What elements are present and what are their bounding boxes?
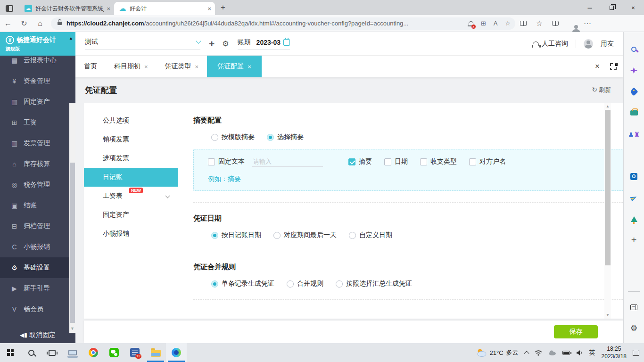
support-link[interactable]: 人工咨询 [542, 40, 568, 48]
summary-field-checkbox[interactable]: 收支类型 [420, 157, 457, 166]
radio-icon[interactable] [336, 280, 343, 288]
close-all-tabs-icon[interactable]: × [595, 62, 600, 71]
scroll-up-icon[interactable]: ▲ [606, 104, 610, 108]
unpin-sidebar-button[interactable]: ◀▮取消固定 [0, 331, 75, 339]
favorite-star-icon[interactable]: ☆ [505, 20, 511, 27]
checkbox-icon[interactable] [420, 158, 427, 165]
summary-mode-radio[interactable]: 按模版摘要 [211, 133, 255, 141]
edge-icon[interactable] [166, 343, 187, 362]
voucher-date-radio[interactable]: 自定义日期 [349, 231, 392, 239]
merge-rule-radio[interactable]: 单条记录生成凭证 [211, 280, 274, 288]
checkbox-icon[interactable] [469, 158, 476, 165]
sidebar-item[interactable]: ⌂ 库存核算 [0, 154, 75, 174]
sidebar-item[interactable]: V 畅会员 [0, 299, 75, 320]
wechat-icon[interactable] [104, 343, 124, 362]
workspaces-icon[interactable] [6, 5, 13, 12]
account-settings-gear-icon[interactable]: ⚙ [222, 39, 229, 48]
volume-icon[interactable] [576, 350, 583, 356]
sidebar-scrollbar[interactable]: ▼ [69, 103, 75, 333]
new-tab-button[interactable]: + [221, 3, 225, 12]
sidebar-item[interactable]: C 小畅报销 [0, 237, 75, 257]
sidebar-item[interactable]: ▣ 结账 [0, 195, 75, 216]
voucher-date-radio[interactable]: 按日记账日期 [211, 231, 261, 239]
minimize-button[interactable]: ─ [579, 4, 601, 11]
refresh-button[interactable]: ↻刷新 [592, 86, 611, 94]
task-view-icon[interactable] [41, 343, 62, 362]
radio-icon[interactable] [211, 232, 218, 239]
tab-close-icon[interactable]: × [107, 5, 110, 12]
browser-tab-1[interactable]: ☁ 好会计云财务软件管理系统_会计 × [20, 2, 114, 15]
checkbox-icon[interactable] [348, 158, 355, 165]
notification-center-icon[interactable] [633, 350, 639, 356]
remote-desktop-icon[interactable] [62, 343, 83, 362]
panel-scrollbar[interactable]: ▲ ▼ [604, 103, 611, 319]
sidebar-item[interactable]: ▦ 固定资产 [0, 91, 75, 112]
calendar-icon[interactable] [283, 39, 290, 46]
clock[interactable]: 18:25 2023/3/18 [602, 345, 627, 360]
username[interactable]: 用友 [601, 40, 614, 48]
back-icon[interactable]: ← [0, 19, 16, 28]
period-value[interactable]: 2023-03 [256, 39, 281, 46]
merge-rule-radio[interactable]: 按照选择汇总生成凭证 [336, 280, 412, 288]
radio-icon[interactable] [349, 232, 356, 239]
sidebar-item[interactable]: ▶ 新手引导 [0, 278, 75, 299]
collections-icon[interactable]: ☆ [531, 19, 547, 28]
checkbox-icon[interactable] [208, 158, 215, 165]
sidebar-toggle-icon[interactable] [624, 296, 644, 318]
radio-icon[interactable] [287, 280, 294, 288]
fixed-text-input[interactable] [252, 156, 323, 167]
page-tab[interactable]: 首页 × [75, 56, 106, 77]
games-icon[interactable]: ♟♜ [624, 123, 644, 145]
sidebar-item[interactable]: ▤ 云报表中心 [0, 56, 75, 71]
radio-icon[interactable] [267, 134, 274, 141]
sidebar-scroll-down-icon[interactable]: ▼ [70, 326, 74, 331]
app-grid-icon[interactable]: 12 [124, 343, 145, 362]
summary-mode-radio[interactable]: 选择摘要 [267, 133, 304, 141]
user-avatar[interactable] [584, 39, 593, 49]
chevron-down-icon[interactable] [165, 194, 170, 198]
page-tab[interactable]: 凭证类型 × [157, 56, 207, 77]
wifi-icon[interactable] [535, 350, 542, 356]
drop-icon[interactable] [624, 187, 644, 208]
page-tab-close-icon[interactable]: × [195, 63, 199, 70]
grid-add-icon[interactable]: ⊞ [481, 20, 486, 27]
sidebar-scroll-up-icon[interactable]: ▲ [69, 36, 73, 41]
tree-icon[interactable] [624, 208, 644, 230]
sidebar-item[interactable]: ¥ 资金管理 [0, 71, 75, 91]
page-tab-close-icon[interactable]: × [144, 63, 148, 70]
outlook-icon[interactable]: O [624, 166, 644, 187]
radio-icon[interactable] [211, 134, 218, 141]
add-account-set-button[interactable]: + [209, 38, 215, 49]
chrome-icon[interactable] [83, 343, 104, 362]
sidebar-item[interactable]: ⊞ 工资 [0, 112, 75, 133]
merge-rule-radio[interactable]: 合并规则 [287, 280, 323, 288]
read-aloud-icon[interactable]: A [494, 20, 498, 27]
notifications-blocked-icon[interactable]: x [469, 20, 473, 27]
summary-field-checkbox[interactable]: 对方户名 [469, 157, 506, 166]
hidden-icons-chevron[interactable] [524, 351, 529, 356]
browser-tab-2[interactable]: ☁ 好会计 × [114, 2, 215, 15]
fixed-text-checkbox[interactable]: 固定文本 [208, 157, 245, 166]
search-icon[interactable] [21, 343, 41, 362]
tools-icon[interactable] [624, 102, 644, 123]
settings-icon[interactable]: ⚙ [624, 318, 644, 339]
restore-button[interactable] [601, 4, 622, 11]
split-screen-icon[interactable] [515, 19, 531, 28]
config-sidebar-item[interactable]: 小畅报销 [84, 224, 178, 243]
tab-close-icon[interactable]: × [207, 5, 211, 12]
m365-icon[interactable] [624, 145, 644, 166]
more-menu-icon[interactable]: ··· [579, 19, 595, 28]
radio-icon[interactable] [273, 232, 281, 239]
sidebar-item[interactable]: ⊟ 归档管理 [0, 216, 75, 237]
input-language-indicator[interactable]: 英 [589, 348, 595, 357]
page-tab-close-icon[interactable]: × [248, 63, 251, 70]
weather-widget[interactable]: 21°C 多云 [476, 348, 519, 357]
onedrive-cloud-icon[interactable] [548, 350, 556, 355]
address-bar[interactable]: https://cloud2.chanjet.com/accounting/uh… [51, 17, 515, 30]
summary-field-checkbox[interactable]: 日期 [384, 157, 408, 166]
sidebar-scrollbar-thumb[interactable] [70, 163, 75, 323]
config-sidebar-item[interactable]: 进项发票 [84, 149, 178, 168]
add-icon[interactable]: + [624, 230, 644, 251]
scroll-down-icon[interactable]: ▼ [606, 313, 610, 317]
voucher-date-radio[interactable]: 对应期间最后一天 [273, 231, 337, 239]
